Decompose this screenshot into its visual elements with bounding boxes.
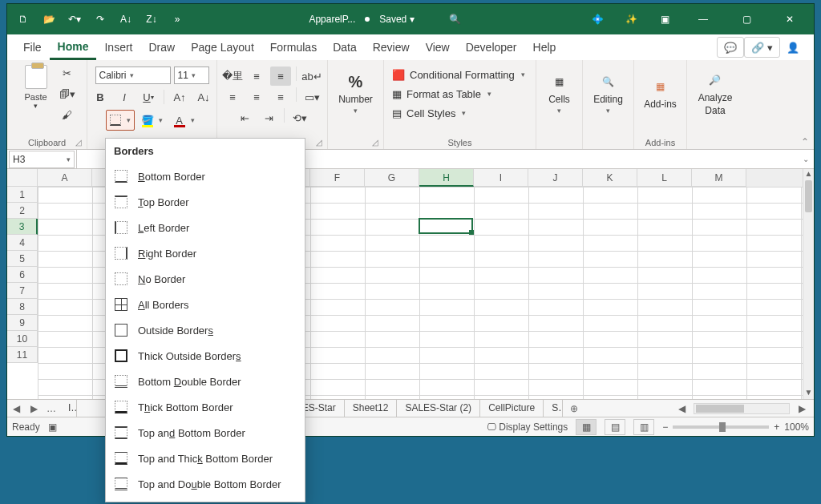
page-layout-view-icon[interactable]: ▤ [605,419,625,435]
tab-draw[interactable]: Draw [140,36,183,58]
align-bottom-icon[interactable]: ≡ [270,67,291,86]
display-settings-button[interactable]: 🖵 Display Settings [487,421,568,433]
cell-styles-button[interactable]: ▤Cell Styles▾ [389,103,469,123]
column-header[interactable]: K [583,169,637,187]
tab-review[interactable]: Review [365,36,418,58]
orientation-icon[interactable]: ⟲▾ [289,108,310,127]
column-header[interactable]: L [637,169,692,187]
clipboard-launcher[interactable]: ◿ [74,137,83,147]
qat-undo-icon[interactable]: ↶▾ [62,6,87,32]
cells-button[interactable]: ▦ Cells ▾ [546,63,573,121]
maximize-button[interactable]: ▢ [729,4,764,34]
tab-insert[interactable]: Insert [96,36,140,58]
formula-expand-icon[interactable]: ⌄ [798,155,814,163]
number-format-button[interactable]: % Number ▾ [337,63,374,121]
qat-sort-desc-icon[interactable]: Z↓ [139,6,164,32]
scroll-thumb[interactable] [805,180,812,212]
column-header[interactable]: G [365,169,419,187]
conditional-formatting-button[interactable]: 🟥Conditional Formatting▾ [389,65,528,84]
scroll-down-icon[interactable]: ▼ [803,388,814,399]
normal-view-icon[interactable]: ▦ [576,419,597,435]
merge-center-icon[interactable]: ▭▾ [301,87,322,107]
column-header[interactable]: F [310,169,365,187]
comments-button[interactable]: 💬 [717,37,744,58]
decrease-font-icon[interactable]: A↓ [193,87,214,107]
tab-data[interactable]: Data [325,36,365,58]
tab-help[interactable]: Help [525,36,564,58]
wrap-text-icon[interactable]: ab↵ [301,67,322,86]
row-header[interactable]: 10 [7,331,38,347]
paste-button[interactable]: Paste ▾ [17,63,55,126]
share-button[interactable]: 🔗 ▾ [744,37,780,58]
sheet-tab[interactable]: S… [544,400,563,417]
underline-button[interactable]: U ▾ [138,87,159,107]
account-icon[interactable]: 👤 [780,34,806,60]
align-center-icon[interactable]: ≡ [246,87,267,107]
tab-page-layout[interactable]: Page Layout [183,36,262,58]
row-header[interactable]: 11 [7,347,38,363]
row-header[interactable]: 8 [7,299,38,315]
borders-icon[interactable] [107,111,124,130]
format-as-table-button[interactable]: ▦Format as Table▾ [389,84,495,103]
row-header[interactable]: 1 [7,187,38,203]
row-header[interactable]: 4 [7,235,38,251]
sheet-nav-next[interactable]: ▶ [25,403,42,414]
number-launcher[interactable]: ◿ [370,137,380,147]
mode-switch-icon[interactable]: ✨ [618,6,644,32]
borders-menu-item-topthickbot[interactable]: Top and Thick Bottom Border [106,446,305,471]
select-all-corner[interactable] [7,169,38,187]
collapse-ribbon-icon[interactable]: ⌃ [796,135,814,149]
qat-redo-icon[interactable]: ↷ [87,6,113,32]
borders-menu-item-all[interactable]: All Borders [106,292,305,317]
column-header[interactable]: M [692,169,746,187]
sheet-tab[interactable]: CellPicture [480,400,544,417]
ribbon-display-icon[interactable]: ▣ [652,6,677,32]
increase-indent-icon[interactable]: ⇥ [258,108,279,127]
borders-menu-item-topdblbot[interactable]: Top and Double Bottom Border [106,471,305,497]
analyze-data-button[interactable]: 🔎 Analyze Data [697,63,734,121]
borders-menu-item-bottom[interactable]: Bottom Border [106,163,305,189]
column-header[interactable]: H [419,169,474,187]
borders-menu-item-right[interactable]: Right Border [106,240,305,266]
name-box[interactable]: H3▾ [9,151,75,168]
italic-button[interactable]: I [114,87,135,107]
borders-menu-item-topbot[interactable]: Top and Bottom Border [106,420,305,446]
zoom-level[interactable]: 100% [784,421,809,433]
editing-button[interactable]: 🔍 Editing ▾ [592,63,625,121]
copy-icon[interactable]: 🗐▾ [57,84,78,103]
column-header[interactable]: A [38,169,92,187]
row-header[interactable]: 6 [7,267,38,283]
qat-open-icon[interactable]: 📂 [36,6,62,32]
qat-more-icon[interactable]: » [164,6,190,32]
premium-icon[interactable]: 💠 [584,6,610,32]
column-header[interactable]: I [474,169,528,187]
active-cell[interactable] [419,218,473,234]
horizontal-scrollbar[interactable] [694,403,790,414]
increase-font-icon[interactable]: A↑ [169,87,190,107]
align-middle-icon[interactable]: ≡ [246,67,267,86]
new-sheet-button[interactable]: ⊕ [563,403,585,414]
tab-home[interactable]: Home [50,35,97,60]
borders-menu-item-outside[interactable]: Outside Borders [106,317,305,343]
scroll-up-icon[interactable]: ▲ [803,169,814,180]
borders-menu-item-dblbot[interactable]: Bottom Double Border [106,369,305,394]
minimize-button[interactable]: — [686,4,721,34]
tab-view[interactable]: View [418,36,458,58]
row-headers[interactable]: 1234567891011 [7,187,38,399]
align-top-icon[interactable]: �里 [222,67,243,86]
sheet-nav-more[interactable]: … [42,403,60,414]
zoom-out-icon[interactable]: − [662,421,668,433]
sheet-tab[interactable]: SALES-Star (2) [397,400,480,417]
sheet-tab[interactable]: Sheet12 [345,400,398,417]
save-state[interactable]: Saved ▾ [379,14,414,25]
bold-button[interactable]: B [90,87,111,107]
fill-color-icon[interactable]: 🪣 [139,111,156,130]
font-color-dropdown[interactable]: A▾ [170,110,199,131]
font-name-combo[interactable]: Calibri▾ [95,67,171,84]
hscroll-left[interactable]: ◀ [673,403,690,414]
sheet-tab[interactable]: I… [60,400,77,417]
zoom-slider[interactable] [673,425,769,429]
borders-menu-item-no[interactable]: No Border [106,266,305,292]
alignment-launcher[interactable]: ◿ [314,137,324,147]
macro-record-icon[interactable]: ▣ [48,421,57,433]
